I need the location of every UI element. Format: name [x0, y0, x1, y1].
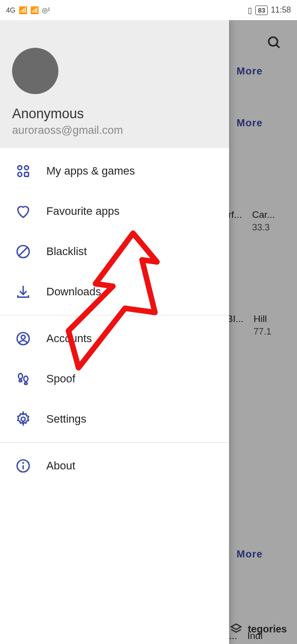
block-icon — [14, 243, 32, 261]
menu-settings[interactable]: Settings — [0, 399, 229, 439]
signal-icon: 📶 — [19, 6, 27, 14]
user-email: auroraoss@gmail.com — [12, 124, 217, 137]
menu-accounts[interactable]: Accounts — [0, 318, 229, 359]
menu-about[interactable]: About — [0, 446, 229, 486]
menu-label: Accounts — [46, 332, 92, 345]
navigation-drawer: Anonymous auroraoss@gmail.com My apps & … — [0, 20, 229, 644]
svg-point-5 — [18, 173, 22, 177]
menu-label: Settings — [46, 413, 87, 426]
menu-blacklist[interactable]: Blacklist — [0, 231, 229, 272]
status-bar: 4G 📶 📶 ◎¹ ▯ 83 11:58 — [0, 0, 297, 20]
menu-label: Downloads — [46, 285, 101, 298]
hotspot-icon: ◎¹ — [42, 6, 50, 14]
avatar — [12, 48, 58, 94]
menu-spoof[interactable]: Spoof — [0, 359, 229, 399]
settings-icon — [14, 410, 32, 428]
svg-point-12 — [19, 380, 22, 382]
menu-favourite[interactable]: Favourite apps — [0, 191, 229, 231]
footsteps-icon — [14, 370, 32, 388]
username: Anonymous — [12, 106, 217, 122]
info-icon — [14, 457, 32, 475]
drawer-header[interactable]: Anonymous auroraoss@gmail.com — [0, 20, 229, 148]
svg-point-18 — [23, 462, 23, 463]
svg-point-4 — [25, 166, 29, 170]
menu-label: Blacklist — [46, 245, 87, 258]
svg-point-14 — [25, 382, 27, 384]
menu-label: Spoof — [46, 372, 76, 385]
svg-rect-6 — [25, 173, 29, 177]
download-icon — [14, 283, 32, 301]
network-4g-icon: 4G — [6, 6, 16, 14]
status-left: 4G 📶 📶 ◎¹ — [6, 6, 50, 14]
status-right: ▯ 83 11:58 — [248, 6, 291, 15]
heart-icon — [14, 202, 32, 220]
menu-group-1: My apps & games Favourite apps Blacklist — [0, 148, 229, 315]
battery-icon: 83 — [255, 6, 267, 15]
menu-group-3: About — [0, 443, 229, 489]
apps-icon — [14, 162, 32, 180]
menu-label: My apps & games — [46, 165, 135, 178]
svg-line-8 — [19, 248, 27, 256]
svg-point-10 — [21, 335, 25, 339]
vibrate-icon: ▯ — [248, 6, 252, 15]
menu-downloads[interactable]: Downloads — [0, 272, 229, 312]
menu-group-2: Accounts Spoof Settings — [0, 315, 229, 443]
clock: 11:58 — [271, 6, 291, 15]
account-icon — [14, 330, 32, 348]
svg-point-13 — [24, 376, 28, 382]
svg-point-11 — [19, 373, 23, 379]
menu-my-apps[interactable]: My apps & games — [0, 151, 229, 191]
signal-icon-2: 📶 — [30, 6, 39, 14]
svg-point-15 — [21, 417, 25, 421]
menu-label: About — [46, 459, 76, 472]
menu-label: Favourite apps — [46, 205, 120, 218]
svg-point-3 — [18, 166, 22, 170]
